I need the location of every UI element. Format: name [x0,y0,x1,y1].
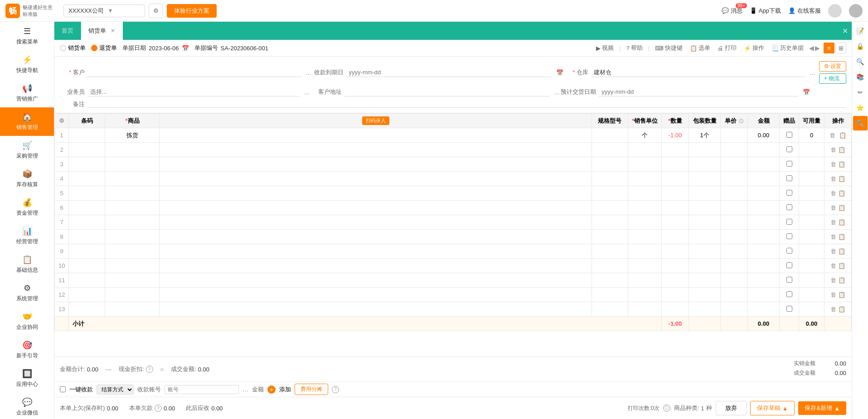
address-dots-btn[interactable]: … [554,89,560,96]
gift-checkbox-11[interactable] [786,277,792,283]
copy-icon-13[interactable]: 📋 [838,306,845,313]
save-new-button[interactable]: 保存&新增 ▲ [798,401,846,415]
th-settings[interactable]: ⚙ [55,114,69,128]
right-panel-btn-4[interactable]: 📚 [853,70,868,84]
row-goods-1[interactable]: 拣货 [105,128,160,143]
customer-input[interactable] [87,68,301,77]
one-click-checkbox[interactable] [60,386,66,392]
video-btn[interactable]: ▶ 视频 [594,43,616,53]
delete-icon-9[interactable]: 🗑 [830,248,836,255]
expense-split-btn[interactable]: 费用分摊 [295,384,328,395]
copy-icon-5[interactable]: 📋 [838,190,845,197]
right-panel-btn-3[interactable]: 🔍 [853,54,868,69]
sidebar-item-purchase[interactable]: 🛒 采购管理 [0,136,54,164]
row-unit-1[interactable]: 个 [628,128,661,143]
right-panel-btn-7[interactable]: 🔧 [853,116,868,130]
tab-close-all-icon[interactable]: ✕ [842,27,848,35]
history-btn[interactable]: 📃 历史单据 [770,43,805,53]
delete-icon-4[interactable]: 🗑 [830,175,836,182]
right-panel-btn-1[interactable]: 📝 [853,24,868,38]
row-qty-1[interactable]: -1.00 [662,128,689,143]
discount-info-icon[interactable]: ? [146,366,153,373]
shortcut-btn[interactable]: ⌨ 快捷键 [653,43,684,53]
sidebar-item-marketing[interactable]: 📢 营销推广 [0,79,54,107]
delete-icon-7[interactable]: 🗑 [830,219,836,226]
abandon-button[interactable]: 放弃 [716,401,747,415]
sidebar-item-sales[interactable]: 🏠 销售管理 [0,107,54,136]
notes-input[interactable] [87,101,846,108]
gift-checkbox-7[interactable] [786,219,792,225]
gift-checkbox-3[interactable] [786,161,792,167]
payment-date-calendar-icon[interactable]: 📅 [556,69,563,76]
select-btn[interactable]: 📋 选单 [688,43,712,53]
copy-icon-8[interactable]: 📋 [838,233,845,240]
warehouse-input[interactable] [591,68,805,77]
row-price-1[interactable] [721,128,748,143]
right-panel-btn-2[interactable]: 🔒 [853,39,868,53]
copy-icon-11[interactable]: 📋 [838,277,845,284]
gift-checkbox-2[interactable] [786,146,792,152]
date-calendar-icon[interactable]: 📅 [182,45,189,52]
copy-icon-4[interactable]: 📋 [838,175,845,182]
salesperson-input[interactable] [87,87,300,96]
gift-checkbox-10[interactable] [786,262,792,268]
tab-sales-order[interactable]: 销货单 ✕ [81,22,123,40]
tab-close-icon[interactable]: ✕ [111,28,115,34]
delete-icon-12[interactable]: 🗑 [830,291,836,298]
delete-icon-13[interactable]: 🗑 [830,306,836,313]
company-selector[interactable]: XXXXXX公司 ▼ [63,5,145,17]
sidebar-item-finance[interactable]: 💰 资金管理 [0,193,54,222]
gift-checkbox-6[interactable] [786,204,792,210]
delete-icon-10[interactable]: 🗑 [830,262,836,269]
row-spec-1[interactable] [592,128,628,143]
delivery-date-input[interactable] [599,87,798,96]
settings-icon-btn[interactable]: ⚙ [149,4,163,18]
table-settings-icon[interactable]: ⚙ [59,117,64,124]
copy-icon-1[interactable]: 📋 [839,132,846,139]
sidebar-item-guide[interactable]: 🎯 新手引导 [0,336,54,364]
date-value[interactable]: 2023-06-06 [149,45,179,52]
row-barcode-1[interactable] [69,128,105,143]
list-view-btn[interactable]: ≡ [824,43,834,53]
delivery-date-calendar-icon[interactable]: 📅 [803,89,810,96]
amount-dots[interactable]: … [242,386,248,393]
customer-dots-btn[interactable]: … [306,69,312,76]
copy-icon-3[interactable]: 📋 [838,161,845,168]
sidebar-item-business[interactable]: 📊 经营管理 [0,222,54,250]
prev-arrow[interactable]: ◀ [809,44,814,52]
avatar[interactable] [828,4,842,18]
sidebar-item-system[interactable]: ⚙ 系统管理 [0,279,54,307]
save-draft-button[interactable]: 保存草稿 ▲ [750,401,795,415]
sidebar-item-inventory[interactable]: 📦 库存核算 [0,164,54,193]
flow-button[interactable]: + 物流 [819,73,846,84]
delete-icon-1[interactable]: 🗑 [829,132,835,139]
operate-btn[interactable]: ⚡ 操作 [742,43,766,53]
sidebar-item-wechat[interactable]: 💬 企业微信 [0,393,54,419]
print-btn[interactable]: 🖨 打印 [716,43,738,53]
gift-checkbox-5[interactable] [786,190,792,196]
copy-icon-9[interactable]: 📋 [838,248,845,255]
copy-icon-2[interactable]: 📋 [838,146,845,153]
sidebar-item-basic[interactable]: 📋 基础信息 [0,250,54,279]
message-btn[interactable]: 💬 消息 99+ [722,7,742,15]
row-gift-1[interactable] [780,128,799,143]
delete-icon-6[interactable]: 🗑 [830,204,836,211]
sidebar-item-appstore[interactable]: 🔲 应用中心 [0,364,54,393]
payment-date-input[interactable] [346,68,552,77]
add-payment-btn[interactable]: + [267,385,276,394]
warehouse-dots-btn[interactable]: … [810,69,815,76]
row-amount-1[interactable]: 0.00 [748,128,780,143]
debit-info-icon[interactable]: ? [155,405,162,412]
radio-sales-order[interactable]: 销货单 [60,44,86,52]
radio-return-order[interactable]: 退货单 [91,44,117,52]
gift-checkbox-8[interactable] [786,233,792,239]
right-panel-btn-6[interactable]: ⭐ [853,101,868,115]
delete-icon-3[interactable]: 🗑 [830,161,836,168]
customer-address-input[interactable] [344,87,550,96]
doc-num-value[interactable]: SA-20230606-001 [221,45,269,52]
grid-view-btn[interactable]: ⊞ [835,43,846,53]
gift-checkbox-9[interactable] [786,248,792,254]
sidebar-item-collab[interactable]: 🤝 企业协同 [0,307,54,336]
calc-method-select[interactable]: 结算方式 [97,385,134,395]
copy-icon-10[interactable]: 📋 [838,262,845,269]
